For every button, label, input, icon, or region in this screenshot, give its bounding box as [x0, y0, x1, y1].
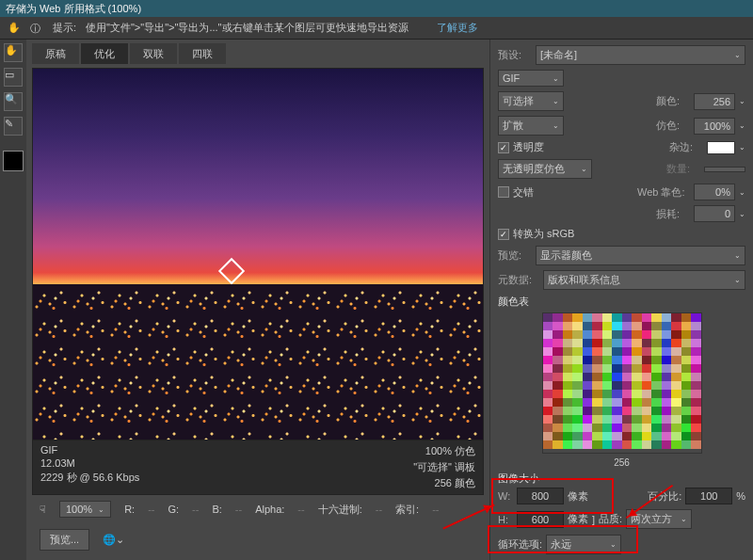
- meta-palette: "可选择" 调板: [413, 460, 475, 474]
- b-label: B:: [212, 504, 221, 515]
- alpha-label: Alpha:: [255, 504, 284, 515]
- preview-device-select[interactable]: 显示器颜色: [536, 246, 745, 265]
- tab-two-up[interactable]: 双联: [130, 43, 177, 64]
- dither-select[interactable]: 扩散: [498, 116, 564, 136]
- info-icon: ⓘ: [30, 22, 43, 35]
- r-val: --: [148, 504, 154, 515]
- bottom-bar: ☟ 100% R:-- G:-- B:-- Alpha:-- 十六进制:-- 索…: [32, 495, 484, 523]
- annotation-box-save: [488, 525, 638, 553]
- index-label: 索引:: [395, 503, 419, 517]
- info-bar: ✋ ⓘ 提示: 使用"文件">"导出">"导出为..."或右键单击某个图层可更快…: [0, 17, 753, 40]
- px-label-2: 像素: [568, 512, 588, 526]
- preview-button[interactable]: 预览...: [40, 529, 89, 551]
- meta-format: GIF: [40, 444, 139, 456]
- eyedropper-color[interactable]: [3, 151, 24, 171]
- interlace-checkbox[interactable]: [498, 186, 509, 198]
- g-val: --: [192, 504, 199, 515]
- palette-count: 256: [498, 457, 745, 468]
- meta-dither: 100% 仿色: [413, 444, 475, 458]
- hand-icon: ✋: [8, 22, 21, 35]
- lossy-label: 损耗:: [656, 207, 690, 221]
- trans-dither-select[interactable]: 无透明度仿色: [498, 159, 592, 179]
- bottom-bar-2: 预览... 🌐⌄: [32, 523, 484, 556]
- meta-size: 12.03M: [40, 457, 139, 469]
- color-table-palette[interactable]: [542, 312, 702, 454]
- eyedropper-tool[interactable]: ✎: [4, 117, 23, 136]
- transparency-checkbox[interactable]: [498, 142, 509, 153]
- browser-icon[interactable]: 🌐⌄: [103, 534, 124, 546]
- hand-tool[interactable]: ✋: [4, 43, 23, 62]
- preview-tabs: 原稿 优化 双联 四联: [32, 43, 484, 64]
- tab-original[interactable]: 原稿: [32, 43, 79, 64]
- matte-swatch[interactable]: [707, 141, 735, 154]
- b-val: --: [235, 504, 242, 515]
- colors-label: 颜色:: [656, 94, 690, 108]
- hex-label: 十六进制:: [318, 503, 362, 517]
- colors-value[interactable]: 256: [694, 93, 735, 110]
- meta-timing: 2229 秒 @ 56.6 Kbps: [40, 471, 139, 485]
- matte-label: 杂边:: [669, 140, 703, 154]
- dither-pct-label: 仿色:: [656, 119, 690, 133]
- zoom-tool[interactable]: 🔍: [4, 92, 23, 111]
- r-label: R:: [124, 504, 135, 515]
- slice-select-tool[interactable]: ▭: [4, 68, 23, 87]
- amount-label: 数量:: [666, 162, 700, 176]
- amount-value: [704, 167, 745, 172]
- alpha-val: --: [297, 504, 304, 515]
- g-label: G:: [168, 504, 179, 515]
- preset-select[interactable]: [未命名]: [536, 45, 745, 65]
- quality-label: 品质:: [599, 512, 622, 526]
- srgb-checkbox[interactable]: [498, 229, 509, 240]
- tip-text: 使用"文件">"导出">"导出为..."或右键单击某个图层可更快速地导出资源: [86, 21, 408, 35]
- srgb-label: 转换为 sRGB: [513, 227, 574, 241]
- tool-column: ✋ ▭ 🔍 ✎: [0, 40, 26, 560]
- annotation-box-loop: [491, 478, 614, 514]
- meta-colors: 256 颜色: [413, 476, 475, 490]
- web-snap-value[interactable]: 0%: [694, 184, 735, 200]
- percent-field[interactable]: 100: [685, 488, 732, 504]
- zoom-select[interactable]: 100%: [59, 501, 111, 518]
- interlace-label: 交错: [513, 185, 534, 200]
- dither-pct-value[interactable]: 100%: [694, 118, 735, 135]
- hand-icon[interactable]: ☟: [40, 504, 46, 516]
- web-snap-label: Web 靠色:: [637, 185, 690, 200]
- metadata-select[interactable]: 版权和联系信息: [543, 270, 745, 290]
- format-select[interactable]: GIF: [498, 70, 564, 87]
- color-table-header: 颜色表: [498, 295, 745, 309]
- center-panel: 原稿 优化 双联 四联 GIF 12.03M 2229 秒 @ 56.6 Kbp…: [26, 40, 489, 560]
- index-val: --: [432, 504, 439, 515]
- window-title: 存储为 Web 所用格式 (100%): [0, 0, 753, 17]
- preset-label: 预设:: [498, 48, 532, 62]
- h-label: H:: [498, 514, 513, 525]
- transparency-label: 透明度: [513, 140, 544, 154]
- reduction-select[interactable]: 可选择: [498, 91, 564, 111]
- tip-prefix: 提示:: [53, 21, 76, 35]
- tab-four-up[interactable]: 四联: [179, 43, 226, 64]
- metadata-label: 元数据:: [498, 273, 539, 287]
- preview-device-label: 预览:: [498, 248, 532, 263]
- lossy-value[interactable]: 0: [694, 205, 735, 222]
- link-icon[interactable]: ]: [592, 514, 595, 525]
- image-preview[interactable]: [32, 68, 484, 440]
- hex-val: --: [376, 504, 382, 515]
- preview-meta: GIF 12.03M 2229 秒 @ 56.6 Kbps 100% 仿色 "可…: [32, 440, 484, 495]
- learn-more-link[interactable]: 了解更多: [437, 21, 478, 35]
- tab-optimized[interactable]: 优化: [81, 43, 128, 64]
